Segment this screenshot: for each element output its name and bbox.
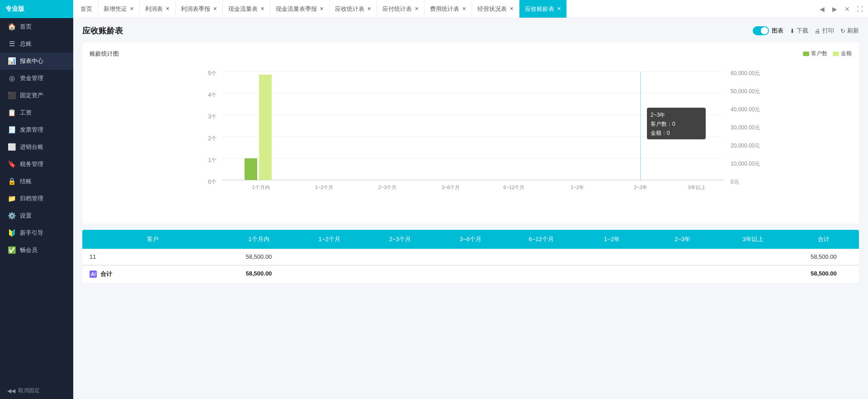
cell-y2-3 <box>647 249 717 265</box>
svg-text:1~2个月: 1~2个月 <box>315 185 334 190</box>
reports-icon: 📊 <box>7 57 16 65</box>
svg-text:5个: 5个 <box>208 70 217 76</box>
aging-table: 客户 1个月内 1~2个月 2~3个月 3~6个月 6~12个月 1~2年 2~… <box>82 230 859 283</box>
sidebar-item-closing[interactable]: 🔒 结账 <box>0 173 73 190</box>
tab-voucher[interactable]: 新增凭证 ✕ <box>98 0 140 18</box>
svg-text:2个: 2个 <box>208 135 217 142</box>
footer-y3plus <box>718 266 788 283</box>
tab-cashflow-q[interactable]: 现金流量表季报 ✕ <box>270 0 330 18</box>
footer-label: Ai 合计 <box>82 266 223 283</box>
chart-svg: 5个 4个 3个 2个 1个 0个 60,000.00元 50,000.00元 … <box>90 62 852 207</box>
tab-close-all[interactable]: ✕ <box>841 0 854 18</box>
chart-container: 账龄统计图 客户数 金额 5个 4个 3个 2个 1个 <box>82 43 859 223</box>
col-total: 合计 <box>788 230 859 249</box>
cell-m2-3 <box>365 249 435 265</box>
col-m3-6: 3~6个月 <box>435 230 506 249</box>
tab-maximize[interactable]: ⛶ <box>854 0 866 18</box>
sidebar: 专业版 🏠 首页 ☰ 总账 📊 报表中心 ◎ 资金管理 ⬛ 固定资产 📋 工资 … <box>0 0 73 399</box>
sidebar-item-home[interactable]: 🏠 首页 <box>0 18 73 35</box>
legend-amount-label: 金额 <box>841 50 852 57</box>
tab-profit[interactable]: 利润表 ✕ <box>140 0 175 18</box>
sidebar-item-ledger[interactable]: ☰ 总账 <box>0 35 73 52</box>
tab-aging[interactable]: 应收账龄表 ✕ <box>519 0 567 18</box>
capital-icon: ◎ <box>7 74 16 82</box>
sidebar-item-capital[interactable]: ◎ 资金管理 <box>0 70 73 87</box>
col-customer: 客户 <box>82 230 223 249</box>
close-tab-cashflow[interactable]: ✕ <box>260 6 264 12</box>
sidebar-item-stock[interactable]: ⬜ 进销台账 <box>0 138 73 156</box>
refresh-button[interactable]: ↻ 刷新 <box>840 27 859 35</box>
close-tab-expense-stat[interactable]: ✕ <box>462 6 466 12</box>
sidebar-item-settings[interactable]: ⚙️ 设置 <box>0 207 73 224</box>
assets-icon: ⬛ <box>7 91 16 100</box>
tab-cashflow[interactable]: 现金流量表 ✕ <box>223 0 270 18</box>
footer-icon: Ai <box>90 271 97 278</box>
sidebar-item-label: 资金管理 <box>20 74 43 82</box>
salary-icon: 📋 <box>7 109 16 117</box>
close-tab-aging[interactable]: ✕ <box>557 6 561 12</box>
cell-customer: 11 <box>82 249 223 265</box>
sidebar-item-guide[interactable]: 🔰 新手引导 <box>0 224 73 242</box>
tab-biz-status[interactable]: 经营状况表 ✕ <box>472 0 519 18</box>
download-icon: ⬇ <box>790 28 795 34</box>
sidebar-item-assets[interactable]: ⬛ 固定资产 <box>0 87 73 104</box>
tab-expense-stat[interactable]: 费用统计表 ✕ <box>425 0 472 18</box>
sidebar-item-tax[interactable]: 🔖 税务管理 <box>0 156 73 173</box>
legend-customers: 客户数 <box>803 50 827 57</box>
sidebar-item-archive[interactable]: 📁 归档管理 <box>0 190 73 207</box>
sidebar-item-label: 报表中心 <box>20 57 43 65</box>
sidebar-item-salary[interactable]: 📋 工资 <box>0 104 73 121</box>
svg-text:0元: 0元 <box>731 179 739 185</box>
close-tab-voucher[interactable]: ✕ <box>130 6 134 12</box>
sidebar-item-label: 总账 <box>20 40 32 48</box>
svg-text:1~2年: 1~2年 <box>571 185 584 190</box>
close-tab-profit-q[interactable]: ✕ <box>213 6 217 12</box>
sidebar-item-label: 工资 <box>20 109 32 117</box>
sidebar-item-label: 进销台账 <box>20 143 43 151</box>
tab-payable-stat[interactable]: 应付统计表 ✕ <box>377 0 425 18</box>
footer-m6-12 <box>506 266 576 283</box>
close-tab-biz-status[interactable]: ✕ <box>509 6 514 12</box>
svg-text:60,000.00元: 60,000.00元 <box>731 70 760 76</box>
sidebar-item-invoice[interactable]: 🧾 发票管理 <box>0 121 73 138</box>
footer-m1: 58,500.00 <box>223 266 294 283</box>
collapse-label: 取消固定 <box>18 387 40 394</box>
sidebar-item-reports[interactable]: 📊 报表中心 <box>0 52 73 70</box>
print-button[interactable]: 🖨 打印 <box>815 27 834 35</box>
download-button[interactable]: ⬇ 下载 <box>790 27 808 35</box>
svg-text:10,000.00元: 10,000.00元 <box>731 161 760 167</box>
tab-scroll-right[interactable]: ▶ <box>828 0 841 18</box>
close-tab-payable-stat[interactable]: ✕ <box>415 6 419 12</box>
svg-text:50,000.00元: 50,000.00元 <box>731 88 760 95</box>
sidebar-item-label: 归档管理 <box>20 195 43 203</box>
refresh-icon: ↻ <box>840 28 845 34</box>
sidebar-item-label: 设置 <box>20 212 32 220</box>
cell-y1-2 <box>576 249 647 265</box>
cell-total: 58,500.00 <box>788 249 859 265</box>
sidebar-item-member[interactable]: ✅ 畅会员 <box>0 242 73 259</box>
svg-text:6~12个月: 6~12个月 <box>504 185 525 190</box>
archive-icon: 📁 <box>7 195 16 203</box>
close-tab-cashflow-q[interactable]: ✕ <box>320 6 324 12</box>
footer-m3-6 <box>435 266 506 283</box>
page-actions: 图表 ⬇ 下载 🖨 打印 ↻ 刷新 <box>753 26 859 35</box>
tab-home[interactable]: 首页 <box>75 0 98 18</box>
svg-text:客户数：0: 客户数：0 <box>651 121 675 127</box>
close-tab-profit[interactable]: ✕ <box>165 6 170 12</box>
chart-toggle[interactable] <box>753 26 769 35</box>
svg-text:40,000.00元: 40,000.00元 <box>731 106 760 113</box>
tab-scroll-left[interactable]: ◀ <box>816 0 828 18</box>
collapse-toggle[interactable]: ◀◀ 取消固定 <box>0 382 73 399</box>
table-header: 客户 1个月内 1~2个月 2~3个月 3~6个月 6~12个月 1~2年 2~… <box>82 230 859 249</box>
home-icon: 🏠 <box>7 23 16 31</box>
close-tab-receivable-stat[interactable]: ✕ <box>367 6 371 12</box>
table-footer: Ai 合计 58,500.00 58,500.00 <box>82 265 859 283</box>
col-y2-3: 2~3年 <box>647 230 717 249</box>
tab-receivable-stat[interactable]: 应收统计表 ✕ <box>330 0 377 18</box>
chart-area: 5个 4个 3个 2个 1个 0个 60,000.00元 50,000.00元 … <box>90 62 852 216</box>
tab-bar: 首页 新增凭证 ✕ 利润表 ✕ 利润表季报 ✕ 现金流量表 ✕ 现金流量表季报 … <box>73 0 868 18</box>
col-y3plus: 3年以上 <box>718 230 788 249</box>
closing-icon: 🔒 <box>7 177 16 185</box>
tab-profit-q[interactable]: 利润表季报 ✕ <box>175 0 223 18</box>
chart-toggle-wrap: 图表 <box>753 26 783 35</box>
